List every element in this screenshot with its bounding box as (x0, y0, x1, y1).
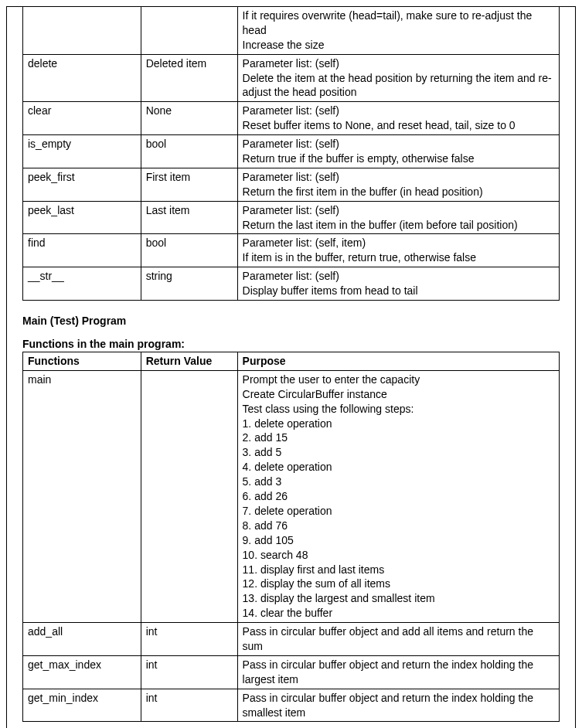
desc-cell: Parameter list: (self)Reset buffer items… (237, 102, 559, 135)
return-cell: Deleted item (141, 54, 237, 102)
desc-cell: Prompt the user to enter the capacityCre… (237, 370, 559, 622)
return-cell: int (141, 623, 237, 656)
method-cell: get_max_index (23, 655, 141, 689)
desc-cell: Parameter list: (self)Display buffer ite… (237, 267, 559, 301)
table-row: find bool Parameter list: (self, item)If… (23, 234, 560, 267)
desc-cell: Parameter list: (self)Return the first i… (237, 168, 559, 201)
desc-cell: If it requires overwrite (head=tail), ma… (237, 7, 559, 54)
return-cell (141, 7, 237, 54)
table-header-row: Functions Return Value Purpose (23, 352, 560, 371)
return-cell: string (141, 267, 237, 301)
method-cell: __str__ (23, 267, 141, 301)
return-cell: bool (141, 135, 237, 168)
method-cell: clear (23, 102, 141, 135)
return-cell: int (141, 689, 237, 722)
document-page: If it requires overwrite (head=tail), ma… (6, 6, 576, 728)
method-cell: peek_last (23, 201, 141, 234)
return-cell: bool (141, 234, 237, 267)
functions-heading: Functions in the main program: (22, 338, 560, 350)
header-return: Return Value (141, 352, 237, 371)
methods-table: If it requires overwrite (head=tail), ma… (22, 7, 560, 301)
return-cell: int (141, 655, 237, 689)
table-row: peek_last Last item Parameter list: (sel… (23, 201, 560, 234)
return-cell: First item (141, 168, 237, 201)
table-row: peek_first First item Parameter list: (s… (23, 168, 560, 201)
table-row: main Prompt the user to enter the capaci… (23, 370, 560, 622)
method-cell: add_all (23, 623, 141, 656)
desc-cell: Parameter list: (self)Return true if the… (237, 135, 559, 168)
header-purpose: Purpose (237, 352, 559, 371)
method-cell: find (23, 234, 141, 267)
method-cell (23, 7, 141, 54)
method-cell: main (23, 370, 141, 622)
method-cell: peek_first (23, 168, 141, 201)
desc-cell: Parameter list: (self, item)If item is i… (237, 234, 559, 267)
table-row: clear None Parameter list: (self)Reset b… (23, 102, 560, 135)
table-row: delete Deleted item Parameter list: (sel… (23, 54, 560, 102)
table-row: __str__ string Parameter list: (self)Dis… (23, 267, 560, 301)
table-row: If it requires overwrite (head=tail), ma… (23, 7, 560, 54)
main-program-heading: Main (Test) Program (22, 315, 560, 327)
method-cell: get_min_index (23, 689, 141, 722)
method-cell: is_empty (23, 135, 141, 168)
desc-cell: Parameter list: (self)Return the last it… (237, 201, 559, 234)
desc-cell: Pass in circular buffer object and retur… (237, 655, 559, 689)
table-row: get_min_index int Pass in circular buffe… (23, 689, 560, 722)
functions-table: Functions Return Value Purpose main Prom… (22, 352, 560, 722)
return-cell (141, 370, 237, 622)
desc-cell: Pass in circular buffer object and retur… (237, 689, 559, 722)
return-cell: Last item (141, 201, 237, 234)
table-row: is_empty bool Parameter list: (self)Retu… (23, 135, 560, 168)
desc-cell: Parameter list: (self)Delete the item at… (237, 54, 559, 102)
table-row: add_all int Pass in circular buffer obje… (23, 623, 560, 656)
method-cell: delete (23, 54, 141, 102)
document-content: If it requires overwrite (head=tail), ma… (7, 7, 575, 728)
return-cell: None (141, 102, 237, 135)
header-functions: Functions (23, 352, 141, 371)
table-row: get_max_index int Pass in circular buffe… (23, 655, 560, 689)
desc-cell: Pass in circular buffer object and add a… (237, 623, 559, 656)
